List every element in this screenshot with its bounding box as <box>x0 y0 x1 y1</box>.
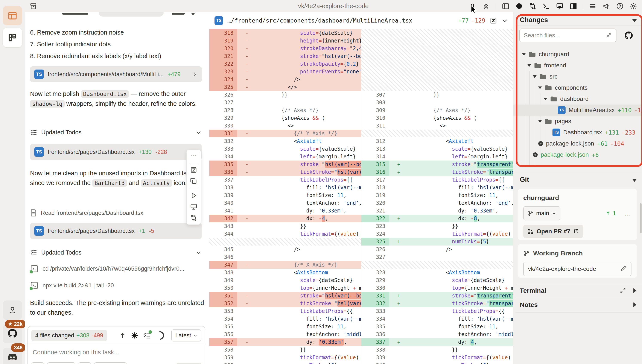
inline-diff-toggle-icon[interactable] <box>489 17 497 24</box>
line-number: 349 <box>209 276 237 284</box>
caret-down-icon[interactable] <box>543 98 547 100</box>
diff-line: 319 fontSize: 11, <box>361 192 513 199</box>
workspace-layout-button[interactable] <box>3 6 22 25</box>
titlebar-divider <box>583 2 583 10</box>
github-link-button[interactable]: 22k <box>3 324 22 344</box>
diff-sign <box>237 230 257 238</box>
chat-bubble-icon[interactable] <box>515 2 523 10</box>
mode-dropdown[interactable]: Default <box>94 362 127 364</box>
code-text: stroke="hsl(var(--border))" <box>257 52 361 60</box>
git-compare-icon[interactable] <box>190 214 197 222</box>
diff-filler-row <box>361 60 513 68</box>
chevron-down-icon[interactable] <box>502 18 508 24</box>
caret-down-icon[interactable] <box>538 86 542 89</box>
code-text: tickFormat={(value) <box>409 354 513 362</box>
code-text: left={margin.left} <box>409 153 513 160</box>
megaphone-icon[interactable] <box>602 2 610 10</box>
menu-icon[interactable] <box>589 2 597 10</box>
tree-item-dashboard[interactable]: dashboard <box>513 93 642 104</box>
settings-gear-icon[interactable] <box>629 2 637 10</box>
right-panel-icon[interactable] <box>569 2 577 10</box>
sidebar-scrollbar[interactable] <box>640 203 641 233</box>
diff-line: 329 {showAxis && ( <box>209 114 361 122</box>
play-icon[interactable] <box>190 192 197 200</box>
expand-notes-section-icon[interactable] <box>633 302 636 307</box>
read-file-row[interactable]: Read frontend/src/pages/Dashboard.tsx <box>30 208 202 218</box>
archive-icon[interactable] <box>29 2 38 11</box>
tree-item-dashboard-tsx[interactable]: TSDashboard.tsx+131-233 <box>513 127 642 138</box>
more-options-button[interactable]: … <box>624 210 631 217</box>
terminal-command-row[interactable]: cd /private/var/folders/10/h7w0q46556ggr… <box>30 264 202 274</box>
model-dropdown[interactable]: Opus <box>47 362 75 364</box>
diff-line: 338 fill: 'hsl(var(--muted-fo <box>209 184 361 192</box>
tree-item-pages[interactable]: pages <box>513 116 642 127</box>
titlebar-actions <box>469 0 637 12</box>
collapse-up-icon[interactable] <box>482 2 490 10</box>
expand-terminal-section-icon[interactable] <box>633 288 636 293</box>
kanban-board-button[interactable] <box>3 28 22 47</box>
version-dropdown[interactable]: Latest <box>171 330 201 342</box>
open-pr-button[interactable]: Open PR #7 <box>523 225 583 238</box>
file-diff-chip[interactable]: TS frontend/src/pages/Dashboard.tsx +1 -… <box>30 223 202 239</box>
help-icon[interactable] <box>616 2 624 10</box>
spark-icon[interactable] <box>131 332 138 339</box>
tree-item-churnguard[interactable]: churnguard <box>513 49 642 60</box>
collapse-git-icon[interactable] <box>632 179 637 182</box>
caret-down-icon[interactable] <box>538 120 542 122</box>
edit-pencil-icon[interactable] <box>620 265 627 272</box>
tree-item-package-lock-json[interactable]: package-lock.json+61-104 <box>513 138 642 149</box>
caret-down-icon[interactable] <box>522 53 526 56</box>
display-icon[interactable] <box>190 203 197 211</box>
code-text: scale={valueScale} <box>257 145 361 153</box>
code-text: textAnchor: 'end', <box>257 199 361 207</box>
inline-diff-icon[interactable] <box>190 166 197 174</box>
diff-line: 349 scale={dateScale} <box>209 276 361 284</box>
diff-line: 334 fill: 'hsl(var(--muted-fo <box>361 315 513 323</box>
file-diff-chip[interactable]: TS frontend/src/pages/Dashboard.tsx +130… <box>30 144 202 160</box>
updated-todos-row[interactable]: Updated Todos <box>30 248 202 257</box>
diff-line: 341 dy: '0.33em', <box>209 207 361 214</box>
diff-file-header[interactable]: TS …/frontend/src/components/dashboard/M… <box>209 12 513 29</box>
left-panel-icon[interactable] <box>502 2 509 10</box>
code-text: numTicks={5} <box>409 238 513 246</box>
settings-sliders-button[interactable] <box>31 362 44 364</box>
git-compare-icon[interactable] <box>529 2 536 10</box>
fast-forward-button[interactable] <box>78 362 91 364</box>
base-branch-dropdown[interactable]: main <box>523 206 560 220</box>
search-files-input[interactable]: Search files... <box>519 28 616 42</box>
diff-split-view[interactable]: 318- scale={dateScale}319- height={inner… <box>209 29 513 364</box>
tree-item-src[interactable]: src <box>513 71 642 82</box>
file-diff-chip[interactable]: TS frontend/src/components/dashboard/Mul… <box>30 66 202 82</box>
discord-link-button[interactable]: 346 <box>3 348 22 364</box>
caret-down-icon[interactable] <box>527 64 531 67</box>
tree-item-frontend[interactable]: frontend <box>513 60 642 71</box>
send-button[interactable]: Send <box>176 363 201 364</box>
terminal-command-row[interactable]: npx vite build 2>&1 | tail -20 <box>30 280 202 290</box>
diff-sign <box>237 246 257 253</box>
octocat-icon[interactable] <box>624 31 634 40</box>
copy-icon[interactable] <box>190 178 197 186</box>
terminal-icon[interactable] <box>542 2 550 10</box>
folder-icon <box>545 118 552 124</box>
expand-terminal-icon[interactable] <box>620 288 626 294</box>
files-changed-summary[interactable]: 4 files changed +308 -499 <box>31 330 107 341</box>
line-number: 325 <box>361 238 389 246</box>
diff-line: 318- scale={dateScale} <box>209 29 361 37</box>
diff-sign: + <box>389 160 409 168</box>
display-icon[interactable] <box>556 2 564 10</box>
more-dots-icon[interactable] <box>190 152 197 160</box>
collapse-tree-icon[interactable] <box>606 32 612 38</box>
updated-todos-row[interactable]: Updated Todos <box>30 128 202 137</box>
tree-item-multilinearea-tsx[interactable]: TSMultiLineArea.tsx+110-162 <box>513 104 642 116</box>
composer-input[interactable]: Continue working on this task... <box>33 349 119 356</box>
scroll-to-top-icon[interactable] <box>119 332 126 339</box>
tree-item-components[interactable]: components <box>513 82 642 93</box>
file-name: MultiLineArea.tsx <box>568 107 615 114</box>
diff-line: 329 scale={dateScale} <box>361 276 513 284</box>
caret-down-icon[interactable] <box>533 75 536 78</box>
working-branch-input[interactable]: vk/4e2a-explore-the-code <box>523 262 631 276</box>
profile-button[interactable] <box>3 300 22 320</box>
folder-icon <box>534 63 541 68</box>
collapse-changes-icon[interactable] <box>632 19 637 22</box>
tree-item-package-lock-json[interactable]: package-lock.json+6 <box>513 149 642 160</box>
